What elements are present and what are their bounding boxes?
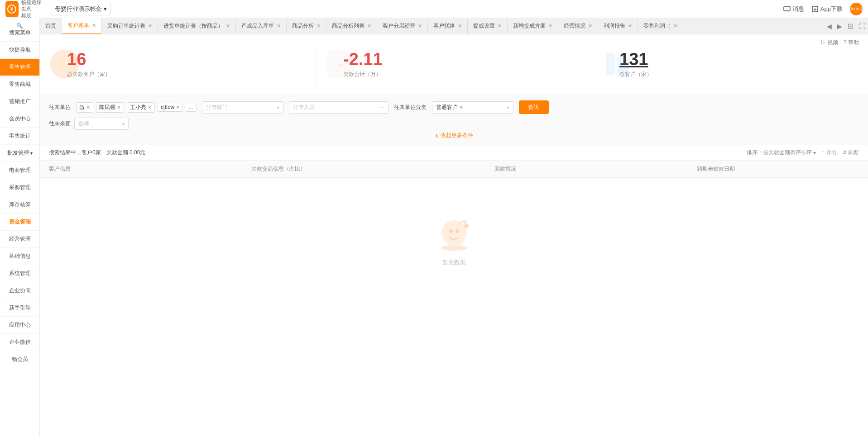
remove-category-tag[interactable]: ✕ (459, 104, 463, 110)
col-header-customer: 客户信息 (49, 165, 251, 173)
top-right: 消息 App下载 demo2 (783, 3, 863, 15)
operations-label: 经营管理 (2, 235, 38, 243)
tab-close-business[interactable]: ✕ (588, 23, 592, 29)
sort-selector[interactable]: 排序：按欠款金额倒序排序 ▾ (747, 149, 816, 157)
org-selector[interactable]: 母婴行业演示帐套 ▾ (51, 3, 111, 15)
sidebar-item-batch-mgmt[interactable]: 批发管理 ▾ (0, 145, 39, 162)
tab-close-customer-book[interactable]: ✕ (92, 23, 96, 28)
tab-close-purchase-order[interactable]: ✕ (148, 23, 152, 29)
tab-business[interactable]: 经营情况 ✕ (558, 18, 598, 34)
result-summary: 搜索结果中，客户0家 (49, 149, 101, 157)
sidebar-item-new-guide[interactable]: 新手引导 (0, 299, 39, 317)
sidebar-search[interactable]: 🔍 搜索菜单 (0, 18, 39, 42)
sidebar-item-retail-stats[interactable]: 零售统计 (0, 128, 39, 145)
filter-tag-4[interactable]: cjttcw ✕ (158, 103, 183, 112)
inventory-label: 库存核算 (2, 201, 38, 209)
tab-new-raise[interactable]: 新增提成方案 ✕ (508, 18, 558, 34)
tab-close-production[interactable]: ✕ (277, 23, 281, 29)
tab-goods-analysis-list[interactable]: 商品分析列表 ✕ (326, 18, 377, 34)
filter-tag-2[interactable]: 陈民强 ✕ (96, 102, 124, 113)
tab-next-button[interactable]: ▶ (834, 23, 845, 30)
tab-close-segment[interactable]: ✕ (418, 23, 422, 29)
remove-tag-4[interactable]: ✕ (176, 104, 180, 110)
collapse-button[interactable]: ∧ 收起更多条件 (49, 132, 859, 139)
tab-prev-button[interactable]: ◀ (824, 23, 834, 30)
filter-row-1: 往来单位 伍 ✕ 陈民强 ✕ 王小亮 ✕ (49, 100, 859, 114)
tab-close-new-raise[interactable]: ✕ (548, 23, 552, 29)
app-download-button[interactable]: App下载 (811, 5, 843, 13)
sidebar-item-operations[interactable]: 经营管理 (0, 231, 39, 248)
batch-mgmt-label: 批发管理 (7, 149, 29, 157)
filter-area: 往来单位 伍 ✕ 陈民强 ✕ 王小亮 ✕ (40, 95, 868, 145)
sidebar-item-member[interactable]: 会员中心 (0, 110, 39, 128)
tab-raise-settings[interactable]: 提成设置 ✕ (468, 18, 508, 34)
tab-purchase-order-stats[interactable]: 采购订单统计表 ✕ (102, 18, 158, 34)
export-button[interactable]: ↑ 导出 (821, 149, 836, 157)
balance-selector[interactable]: 选择... ▾ (74, 118, 129, 130)
sidebar-item-basic-info[interactable]: 基础信息 (0, 248, 39, 265)
sidebar-item-finance[interactable]: 资金管理 (0, 214, 39, 231)
person-dots-icon: ··· (379, 104, 384, 111)
category-selector[interactable]: 普通客户 ✕ ▾ (432, 101, 513, 114)
sidebar-item-quick-nav[interactable]: 快捷导航 (0, 42, 39, 59)
person-selector[interactable]: 分管人员 ··· (289, 101, 388, 114)
sort-down-icon: ▾ (813, 150, 816, 156)
vip-label: 畅会员 (2, 356, 38, 363)
tab-fullscreen-button[interactable]: ⛶ (856, 23, 868, 30)
balance-arrow-icon: ▾ (122, 121, 125, 126)
sidebar-item-vip[interactable]: 畅会员 (0, 351, 39, 368)
remove-tag-1[interactable]: ✕ (86, 104, 90, 110)
logo-icon: ¥ (5, 1, 19, 17)
org-name: 母婴行业演示帐套 (55, 5, 102, 13)
sidebar-item-retail-mall[interactable]: 零售商城 (0, 76, 39, 93)
tab-inbound-stats[interactable]: 进货单统计表（按商品） ✕ (158, 18, 236, 34)
filter-tag-3[interactable]: 王小亮 ✕ (127, 102, 155, 113)
remove-tag-2[interactable]: ✕ (117, 104, 121, 110)
username: demo2 (849, 6, 863, 11)
stat-icon-building (601, 48, 633, 81)
sidebar-item-enterprise[interactable]: 企业协同 (0, 282, 39, 299)
sidebar-item-retail-mgmt[interactable]: 零售管理 (0, 59, 39, 76)
retail-stats-label: 零售统计 (2, 132, 38, 140)
tab-profit-report[interactable]: 利润报告 ✕ (598, 18, 638, 34)
sidebar-item-purchase[interactable]: 采购管理 (0, 179, 39, 196)
tab-close-retail-profit[interactable]: ✕ (673, 23, 677, 29)
search-icon: 🔍 (4, 23, 36, 29)
stat-icon-minus: - (325, 48, 357, 81)
tab-close-goods-list[interactable]: ✕ (367, 23, 371, 29)
remove-tag-3[interactable]: ✕ (148, 104, 152, 110)
tab-close-profit[interactable]: ✕ (628, 23, 632, 29)
tab-close-goods-analysis[interactable]: ✕ (317, 23, 321, 29)
refresh-button[interactable]: ↺ 刷新 (842, 149, 859, 157)
tab-close-contact[interactable]: ✕ (458, 23, 462, 29)
tab-retail-profit[interactable]: 零售利润（ ✕ (638, 18, 683, 34)
sidebar-item-inventory[interactable]: 库存核算 (0, 196, 39, 214)
tab-home[interactable]: 首页 (40, 18, 62, 34)
tab-goods-analysis[interactable]: 商品分析 ✕ (287, 18, 326, 34)
chevron-down-icon: ▾ (104, 5, 107, 12)
sidebar-item-marketing[interactable]: 营销推广 (0, 93, 39, 110)
quick-nav-label: 快捷导航 (2, 46, 38, 54)
sidebar-item-ecommerce[interactable]: 电商管理 (0, 162, 39, 179)
result-bar-right: 排序：按欠款金额倒序排序 ▾ ↑ 导出 ↺ 刷新 (747, 149, 859, 157)
sidebar-item-system[interactable]: 系统管理 (0, 265, 39, 282)
dept-selector[interactable]: 分管部门 ▾ (202, 101, 283, 114)
tab-menu-button[interactable]: ⊟ (845, 22, 856, 30)
sidebar-item-wechat[interactable]: 企业微信 (0, 334, 39, 351)
tab-production-inbound[interactable]: 产成品入库单 ✕ (236, 18, 287, 34)
tab-customer-contact[interactable]: 客户联络 ✕ (428, 18, 468, 34)
tab-customer-segment[interactable]: 客户分层经营 ✕ (377, 18, 428, 34)
basic-info-label: 基础信息 (2, 252, 38, 260)
svg-point-11 (441, 220, 467, 246)
filter-more-tags[interactable]: ... (186, 103, 197, 112)
sidebar-item-app-center[interactable]: 应用中心 (0, 317, 39, 334)
message-button[interactable]: 消息 (783, 5, 804, 13)
tab-close-inbound[interactable]: ✕ (226, 23, 230, 29)
download-icon (811, 5, 819, 13)
query-button[interactable]: 查询 (519, 100, 549, 114)
filter-tag-1[interactable]: 伍 ✕ (76, 102, 93, 113)
sidebar: 🔍 搜索菜单 快捷导航 零售管理 零售商城 营销推广 会员中心 零售统计 批发管… (0, 18, 40, 437)
avatar[interactable]: demo2 (850, 3, 863, 15)
tab-customer-book[interactable]: 客户账本 ✕ (62, 18, 102, 34)
tab-close-raise[interactable]: ✕ (498, 23, 502, 29)
